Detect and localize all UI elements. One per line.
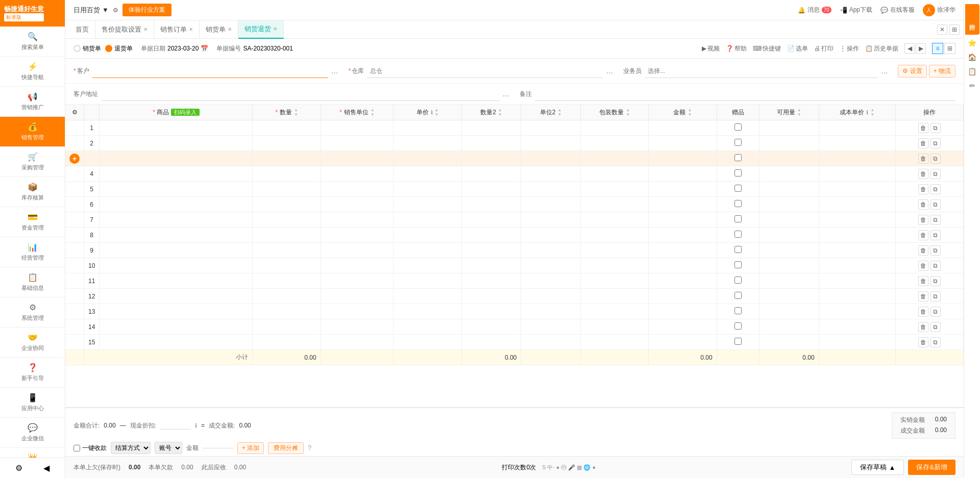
copy-row-button[interactable]: ⧉ — [930, 291, 941, 301]
amount-cell[interactable] — [649, 151, 717, 166]
gift-checkbox[interactable] — [734, 231, 742, 238]
unit2-cell[interactable] — [521, 151, 581, 166]
cost-cell[interactable] — [819, 151, 895, 166]
tab-home[interactable]: 首页 — [69, 20, 95, 39]
right-panel-btn-2[interactable]: ⭐ — [966, 37, 978, 49]
delete-row-button[interactable]: 🗑 — [918, 184, 928, 194]
help-action[interactable]: ❓ 帮助 — [726, 44, 747, 53]
sidebar-item-operations[interactable]: 📊 经营管理 — [0, 237, 65, 267]
tab-sales-return[interactable]: 销货退货 ✕ — [238, 20, 284, 39]
cost-sort-icon[interactable]: ▲▼ — [870, 108, 874, 117]
address-input[interactable] — [101, 87, 500, 101]
pkgqty-sort-icon[interactable]: ▲▼ — [626, 108, 630, 117]
salesman-input[interactable] — [645, 64, 878, 78]
gift-checkbox[interactable] — [734, 307, 742, 314]
product-input[interactable] — [104, 155, 248, 162]
gift-checkbox[interactable] — [734, 200, 742, 207]
avail-sort-icon[interactable]: ▲▼ — [797, 108, 801, 117]
sidebar-item-inventory[interactable]: 📦 库存核算 — [0, 177, 65, 207]
gift-checkbox[interactable] — [734, 338, 742, 345]
copy-row-button[interactable]: ⧉ — [930, 245, 941, 256]
avail-cell[interactable] — [759, 136, 819, 151]
settlement-method-select[interactable]: 结算方式 — [111, 442, 151, 454]
sidebar-item-system[interactable]: ⚙ 系统管理 — [0, 297, 65, 328]
gift-checkbox[interactable] — [734, 292, 742, 299]
user-info[interactable]: 人 徐泽华 — [923, 4, 955, 16]
expand-tab-button[interactable]: ⊞ — [949, 24, 960, 35]
copy-row-button[interactable]: ⧉ — [930, 123, 941, 133]
online-service-link[interactable]: 💬 在线客服 — [880, 6, 915, 14]
unit-cell[interactable] — [321, 151, 394, 166]
pkgqty-cell[interactable] — [580, 136, 648, 151]
warehouse-input[interactable] — [367, 64, 603, 78]
daily-goods-selector[interactable]: 日用百货 ▼ — [74, 6, 109, 15]
discount-input[interactable] — [160, 422, 191, 430]
avail-cell[interactable] — [759, 120, 819, 136]
gift-checkbox[interactable] — [734, 215, 742, 222]
remark-input[interactable] — [535, 87, 955, 101]
gift-checkbox[interactable] — [734, 261, 742, 268]
sidebar-item-sales[interactable]: 💰 销售管理 — [0, 117, 65, 147]
collection-checkbox[interactable] — [74, 445, 80, 451]
delete-row-button[interactable]: 🗑 — [918, 307, 928, 317]
delete-row-button[interactable]: 🗑 — [918, 291, 928, 301]
radio-sale-doc[interactable]: 销货单 — [74, 44, 101, 53]
delete-row-button[interactable]: 🗑 — [918, 154, 928, 164]
grid-view-button[interactable]: ⊞ — [944, 43, 955, 54]
price-cell[interactable] — [394, 120, 461, 136]
product-cell[interactable] — [100, 120, 253, 136]
delete-row-button[interactable]: 🗑 — [918, 276, 928, 286]
delete-row-button[interactable]: 🗑 — [918, 123, 928, 133]
gift-checkbox[interactable] — [734, 169, 742, 177]
copy-row-button[interactable]: ⧉ — [930, 138, 941, 148]
copy-row-button[interactable]: ⧉ — [930, 215, 941, 225]
right-panel-btn-5[interactable]: ✏ — [966, 80, 978, 92]
tab-sales-invoice[interactable]: 销货单 ✕ — [200, 20, 238, 39]
right-panel-btn-1[interactable]: 附件 — [965, 4, 979, 35]
gift-checkbox[interactable] — [734, 123, 742, 131]
amount-cell[interactable] — [649, 136, 717, 151]
delete-row-button[interactable]: 🗑 — [918, 199, 928, 210]
sidebar-item-finance[interactable]: 💳 资金管理 — [0, 207, 65, 237]
pkgqty-cell[interactable] — [580, 151, 648, 166]
tab-close-icon[interactable]: ✕ — [189, 27, 193, 32]
gift-cell[interactable] — [717, 151, 759, 166]
copy-row-button[interactable]: ⧉ — [930, 261, 941, 271]
close-tab-button[interactable]: ✕ — [937, 24, 947, 35]
table-view-button[interactable]: ≡ — [932, 43, 943, 54]
copy-row-button[interactable]: ⧉ — [930, 337, 941, 347]
gift-cell[interactable] — [717, 120, 759, 136]
settings-button[interactable]: ⚙ 设置 — [898, 65, 926, 78]
one-key-collection-checkbox[interactable]: 一键收款 — [74, 444, 107, 452]
copy-row-button[interactable]: ⧉ — [930, 199, 941, 210]
delete-row-button[interactable]: 🗑 — [918, 261, 928, 271]
copy-row-button[interactable]: ⧉ — [930, 184, 941, 194]
discount-info-icon[interactable]: ℹ — [195, 422, 197, 429]
cost-cell[interactable] — [819, 136, 895, 151]
settings-gear-icon[interactable]: ⚙ — [113, 7, 118, 14]
unit2-sort-icon[interactable]: ▲▼ — [558, 108, 562, 117]
salesman-picker-icon[interactable]: ... — [881, 66, 888, 76]
gift-cell[interactable] — [717, 136, 759, 151]
radio-return-doc[interactable]: 退货单 — [105, 44, 133, 53]
expense-split-button[interactable]: 费用分摊 — [268, 442, 304, 454]
expense-help-icon[interactable]: ? — [308, 444, 311, 451]
price-sort-icon[interactable]: ▲▼ — [435, 108, 439, 117]
delete-row-button[interactable]: 🗑 — [918, 337, 928, 347]
gift-checkbox[interactable] — [734, 154, 742, 161]
operation-action[interactable]: ⋮ 操作 — [840, 44, 859, 53]
sidebar-item-search[interactable]: 🔍 搜索菜单 — [0, 27, 65, 57]
tab-price-extract[interactable]: 售价提取设置 ✕ — [95, 20, 154, 39]
sidebar-item-shortcut[interactable]: ⚡ 快捷导航 — [0, 57, 65, 87]
qty-cell[interactable] — [253, 136, 321, 151]
tab-sales-order[interactable]: 销售订单 ✕ — [154, 20, 200, 39]
amount-cell[interactable] — [649, 120, 717, 136]
scan-input-button[interactable]: 扫码录入 — [171, 109, 200, 116]
sidebar-item-member[interactable]: 👑 畅会员 — [0, 448, 65, 458]
right-panel-btn-3[interactable]: 🏠 — [966, 51, 978, 63]
copy-row-button[interactable]: ⧉ — [930, 169, 941, 179]
customer-picker-icon[interactable]: ... — [331, 66, 338, 76]
sidebar-item-wechat[interactable]: 💬 企业微信 — [0, 418, 65, 448]
delete-row-button[interactable]: 🗑 — [918, 215, 928, 225]
notification-bell[interactable]: 🔔 消息 70 — [798, 6, 831, 14]
